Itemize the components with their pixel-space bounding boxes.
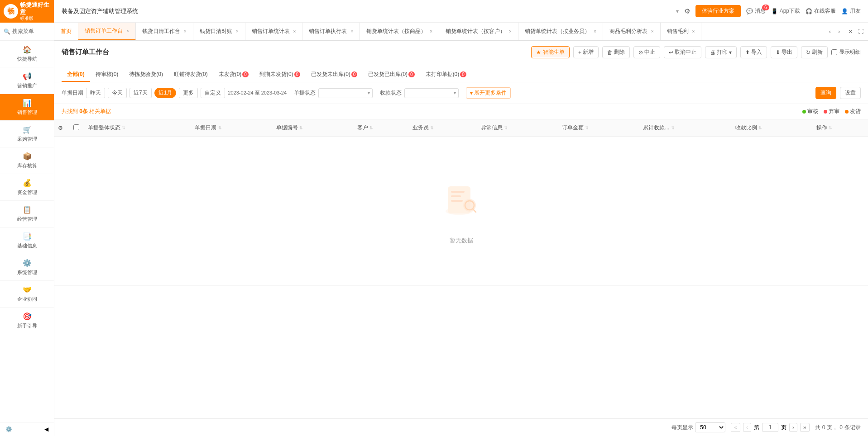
tab-sales-profit[interactable]: 销售毛利× bbox=[661, 23, 702, 40]
sub-tab-not-printed[interactable]: 未打印单据(0)0 bbox=[420, 68, 472, 82]
tab-sales-stats[interactable]: 销售订单统计表× bbox=[245, 23, 303, 40]
tab-scroll-right[interactable]: › bbox=[834, 23, 844, 40]
tab-home[interactable]: 首页 bbox=[54, 23, 78, 40]
sidebar-item-inventory[interactable]: 📦 库存核算 bbox=[0, 147, 54, 174]
tab-close-sales-stats[interactable]: × bbox=[293, 29, 296, 34]
review-btn[interactable]: 审核 bbox=[802, 108, 818, 115]
sidebar-item-newbie[interactable]: 🎯 新手引导 bbox=[0, 308, 54, 334]
sidebar-item-purchase[interactable]: 🛒 采购管理 bbox=[0, 121, 54, 147]
sub-tab-wangpu-pending[interactable]: 旺铺待发货(0) bbox=[168, 68, 213, 82]
page-input[interactable] bbox=[762, 423, 778, 432]
ship-btn[interactable]: 发货 bbox=[845, 108, 861, 115]
payment-select[interactable] bbox=[404, 88, 459, 98]
sub-tab-shipped-out[interactable]: 已发货已出库(0)0 bbox=[363, 68, 420, 82]
query-btn[interactable]: 查询 bbox=[815, 87, 836, 99]
sort-icon-number[interactable]: ⇅ bbox=[299, 126, 303, 130]
tab-close-sales-exec[interactable]: × bbox=[350, 29, 353, 34]
sub-tab-pending-review[interactable]: 待审核(0) bbox=[90, 68, 124, 82]
online-service-btn[interactable]: 🎧 在线客服 bbox=[806, 7, 836, 15]
sub-tab-pending-inspect[interactable]: 待拣货验货(0) bbox=[124, 68, 168, 82]
tab-cash-daily[interactable]: 钱货日清工作台× bbox=[136, 23, 193, 40]
first-page-btn[interactable]: « bbox=[731, 423, 740, 432]
date-option-自定义[interactable]: 自定义 bbox=[201, 88, 225, 98]
page-size-select[interactable]: 20 50 100 bbox=[695, 422, 725, 432]
refresh-btn[interactable]: ↻ 刷新 bbox=[801, 46, 828, 58]
sidebar-item-system[interactable]: ⚙️ 系统管理 bbox=[0, 254, 54, 281]
tab-close-cash-daily[interactable]: × bbox=[184, 29, 187, 34]
date-option-更多[interactable]: 更多 bbox=[179, 88, 198, 98]
tab-sales-order[interactable]: 销售订单工作台× bbox=[78, 23, 136, 40]
date-option-昨天[interactable]: 昨天 bbox=[86, 88, 105, 98]
anti-review-btn[interactable]: 弃审 bbox=[824, 108, 839, 115]
collapse-icon[interactable]: ◀ bbox=[44, 426, 48, 432]
delete-btn[interactable]: 🗑 删除 bbox=[602, 46, 630, 58]
column-settings-icon[interactable]: ⚙ bbox=[58, 125, 63, 131]
sort-icon-customer[interactable]: ⇅ bbox=[369, 126, 373, 130]
message-icon-wrapper[interactable]: 💬 消息 6 bbox=[746, 7, 766, 15]
expand-conditions-btn[interactable]: ▾ 展开更多条件 bbox=[466, 87, 511, 99]
smart-generate-btn[interactable]: ★ 智能生单 bbox=[531, 46, 570, 58]
sidebar-item-finance[interactable]: 💰 资金管理 bbox=[0, 174, 54, 201]
tab-close-sales-summ-staff[interactable]: × bbox=[594, 29, 596, 34]
prev-page-btn[interactable]: ‹ bbox=[743, 423, 751, 432]
tab-close-sales-summ-cust[interactable]: × bbox=[509, 29, 512, 34]
th-settings[interactable]: ⚙ bbox=[54, 119, 68, 137]
sidebar-item-operation[interactable]: 📋 经营管理 bbox=[0, 201, 54, 227]
sidebar-item-quick-nav[interactable]: 🏠 快捷导航 bbox=[0, 41, 54, 67]
th-checkbox[interactable] bbox=[68, 119, 84, 137]
tab-cash-match[interactable]: 钱货日清对账× bbox=[193, 23, 245, 40]
print-btn[interactable]: 🖨 打印 ▾ bbox=[705, 46, 737, 58]
app-download-btn[interactable]: 📱 App下载 bbox=[771, 7, 800, 15]
sort-icon-action[interactable]: ⇅ bbox=[829, 126, 832, 130]
tab-close-sales-summ-prod[interactable]: × bbox=[430, 29, 432, 34]
show-detail-checkbox[interactable] bbox=[831, 49, 837, 55]
tab-close-cash-match[interactable]: × bbox=[236, 29, 239, 34]
setting-btn[interactable]: 设置 bbox=[840, 87, 861, 99]
tab-close-sales-order[interactable]: × bbox=[126, 28, 129, 33]
tab-sales-summ-prod[interactable]: 销货单统计表（按商品）× bbox=[360, 23, 439, 40]
import-btn[interactable]: ⬆ 导入 bbox=[740, 46, 767, 58]
tab-close-sales-profit[interactable]: × bbox=[692, 29, 695, 34]
tab-sales-summ-staff[interactable]: 销货单统计表（按业务员）× bbox=[518, 23, 603, 40]
topbar-gear-icon[interactable]: ⚙ bbox=[684, 7, 690, 15]
tab-close-all-icon[interactable]: ✕ bbox=[846, 28, 854, 36]
sort-icon-status[interactable]: ⇅ bbox=[122, 126, 125, 130]
last-page-btn[interactable]: » bbox=[800, 423, 810, 432]
select-all-checkbox[interactable] bbox=[73, 124, 79, 130]
sidebar-item-enterprise[interactable]: 🤝 企业协同 bbox=[0, 281, 54, 308]
sub-tab-all[interactable]: 全部(0) bbox=[62, 68, 90, 82]
settings-icon[interactable]: ⚙️ bbox=[5, 426, 12, 432]
experience-btn[interactable]: 体验行业方案 bbox=[695, 5, 741, 17]
user-profile-btn[interactable]: 👤 用友 bbox=[841, 7, 861, 15]
sort-icon-received[interactable]: ⇅ bbox=[671, 126, 675, 130]
sort-icon-ratio[interactable]: ⇅ bbox=[758, 126, 762, 130]
show-detail-toggle[interactable]: 显示明细 bbox=[831, 48, 861, 56]
cancel-stop-btn[interactable]: ↩ 取消中止 bbox=[664, 46, 701, 58]
sub-tab-shipped-not-out[interactable]: 已发货未出库(0)0 bbox=[306, 68, 363, 82]
next-page-btn[interactable]: › bbox=[789, 423, 797, 432]
chevron-down-icon[interactable]: ▾ bbox=[676, 8, 679, 14]
sort-icon-date[interactable]: ⇅ bbox=[218, 126, 222, 130]
sort-icon-exception[interactable]: ⇅ bbox=[504, 126, 508, 130]
sub-tab-not-shipped[interactable]: 未发货(0)0 bbox=[213, 68, 254, 82]
date-option-近1月[interactable]: 近1月 bbox=[154, 88, 177, 98]
tab-sales-exec[interactable]: 销售订单执行表× bbox=[302, 23, 360, 40]
tab-sales-summ-cust[interactable]: 销货单统计表（按客户）× bbox=[439, 23, 518, 40]
sidebar-item-basic[interactable]: 📑 基础信息 bbox=[0, 227, 54, 254]
add-btn[interactable]: + 新增 bbox=[573, 46, 599, 58]
sub-tab-overdue-not-shipped[interactable]: 到期未发货(0)0 bbox=[254, 68, 306, 82]
export-btn[interactable]: ⬇ 导出 bbox=[771, 46, 797, 58]
tab-scroll-left[interactable]: ‹ bbox=[825, 23, 834, 40]
stop-btn[interactable]: ⊘ 中止 bbox=[633, 46, 660, 58]
tab-maximize-icon[interactable]: ⛶ bbox=[856, 28, 865, 36]
sidebar-item-sales[interactable]: 📊 销售管理 bbox=[0, 94, 54, 121]
sort-icon-staff[interactable]: ⇅ bbox=[430, 126, 434, 130]
search-menu[interactable]: 🔍 搜索菜单 bbox=[0, 23, 54, 41]
date-option-今天[interactable]: 今天 bbox=[108, 88, 127, 98]
tab-close-gross-profit[interactable]: × bbox=[651, 29, 654, 34]
date-option-近7天[interactable]: 近7天 bbox=[129, 88, 152, 98]
sort-icon-amount[interactable]: ⇅ bbox=[585, 126, 589, 130]
tab-gross-profit[interactable]: 商品毛利分析表× bbox=[603, 23, 661, 40]
sidebar-item-marketing[interactable]: 📢 营销推广 bbox=[0, 67, 54, 94]
status-select[interactable] bbox=[318, 88, 373, 98]
